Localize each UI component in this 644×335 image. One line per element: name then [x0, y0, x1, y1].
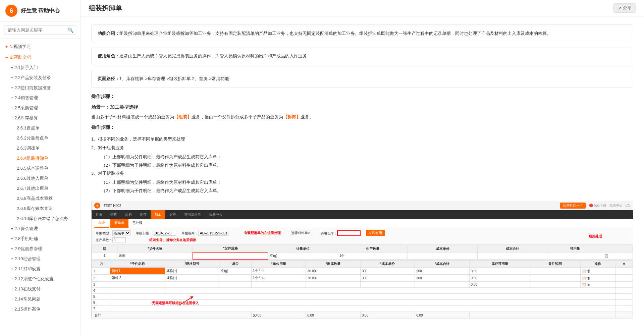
sidebar-item-docs-261[interactable]: 2.6.1盘点单 — [0, 123, 80, 133]
mock-nav-finance[interactable]: 财务 — [165, 210, 180, 219]
cell-qty1: 1个 — [338, 252, 408, 259]
highlight-disassemble: 【拆卸】 — [283, 114, 301, 119]
mock-appbar: 6 TEST-H002 新增拆卸一下 🔴 App下载 帮助中心 CC — [92, 201, 633, 210]
page-title: 组装拆卸单 — [89, 4, 122, 13]
lrow2-ctotal: 300 — [415, 275, 469, 282]
mock-field-docnum: 单据编号： — [181, 231, 228, 236]
ops-title: 操作步骤： — [91, 94, 633, 100]
sidebar-item-docs-265[interactable]: 2.6.5成本调整单 — [0, 163, 80, 173]
mock-nav-purchase[interactable]: 采购 — [121, 210, 136, 219]
sidebar-item-docs-214[interactable]: + 2.14常见问题 — [0, 294, 80, 304]
lrow1-avail: 0.00 — [469, 268, 530, 275]
search-input[interactable] — [4, 25, 76, 35]
lcol-ops: 操作 — [581, 261, 615, 268]
sidebar-item-docs-21[interactable]: + 2.1新手入门 — [0, 63, 80, 73]
sidebar-item-docs-25[interactable]: + 2.5采购管理 — [0, 103, 80, 113]
mock-lower-thead: ☑ *子件名称 *规格型号 单位 *单位用量 *出库数量 *成本单价 *成本合计… — [92, 261, 633, 268]
mock-apply-btn[interactable]: 立即套用 — [366, 230, 385, 236]
sidebar-item-docs-2610[interactable]: 2.6.10库存账本错了怎么办 — [0, 214, 80, 224]
mock-nav-process[interactable]: 加工 — [151, 210, 165, 219]
annot-text-1: 有装配清单的在这里处理 — [244, 231, 281, 235]
mock-select-doctype[interactable]: 组装单 — [112, 230, 130, 236]
expand-icon-215: + — [11, 306, 14, 312]
expand-icon-25: + — [11, 105, 14, 110]
share-button[interactable]: ↗ 分享 — [613, 3, 636, 13]
mock-nav-home[interactable]: 首页 — [92, 210, 106, 219]
lcol-total: *出库数量 — [306, 261, 360, 268]
mock-tab-done[interactable]: 已处理 — [128, 219, 147, 228]
sidebar-item-docs-215[interactable]: + 2.15操作案例 — [0, 304, 80, 314]
sidebar-item-docs-264[interactable]: 2.6.4组装拆卸单 — [0, 153, 80, 163]
lrow4-rest — [165, 288, 615, 294]
lcol-unit: 单位 — [219, 261, 252, 268]
scene1-title: 场景一：加工类型选择 — [91, 104, 633, 110]
sidebar-item-docs[interactable]: − 2.帮助文档 — [0, 52, 80, 63]
lcol-check: ☑ — [92, 261, 110, 268]
mock-tab-self[interactable]: 自查 — [94, 219, 109, 228]
sidebar-item-docs-211[interactable]: + 2.11打印设置 — [0, 264, 80, 274]
lcol-name: *子件名称 — [110, 261, 165, 268]
sidebar-item-docs-266[interactable]: 2.6.6其他入库单 — [0, 173, 80, 183]
sidebar-item-docs-267[interactable]: 2.6.7其他出库单 — [0, 183, 80, 193]
cell-total1 — [478, 252, 547, 259]
mock-lower-row5: 5 — [92, 294, 633, 300]
search-icon: 🔍 — [68, 27, 73, 33]
sidebar-item-docs-22[interactable]: + 2.2产品安装及登录 — [0, 73, 80, 83]
mock-input-date[interactable] — [153, 231, 176, 236]
mock-input-count[interactable] — [112, 237, 126, 242]
lcol-avail: 库存可用量 — [469, 261, 530, 268]
mock-field-doctype: 单据类型：组装单 — [96, 230, 130, 236]
mock-lower-table: ☑ *子件名称 *规格型号 单位 *单位用量 *出库数量 *成本单价 *成本合计… — [92, 260, 633, 319]
mock-lower-row2: 2 颜料 2 规格(+) 1个 * 个 30.00 300 300 0.00 — [92, 275, 633, 282]
sidebar-item-docs-28[interactable]: + 2.8手机旺铺 — [0, 234, 80, 244]
mock-field-count: 生产单数： — [96, 237, 126, 242]
lrow5-check: 5 — [92, 294, 110, 300]
sidebar-item-docs-213[interactable]: + 2.13在线支付 — [0, 284, 80, 294]
sidebar-item-video[interactable]: + 1.视频学习 — [0, 41, 80, 52]
mock-select-bom[interactable]: 选择对料单> — [289, 230, 312, 236]
mock-input-ware[interactable] — [337, 230, 361, 236]
sidebar-item-docs-212[interactable]: + 2.12系统个性化设置 — [0, 274, 80, 284]
mock-nav-help[interactable]: 帮助中心 — [205, 210, 226, 219]
sidebar-item-docs-27[interactable]: + 2.7资金管理 — [0, 224, 80, 234]
intro-label: 功能介绍： — [98, 31, 119, 36]
foot-icon — [615, 312, 633, 319]
expand-icon-23: + — [11, 85, 14, 90]
cell-sku1-highlight — [193, 252, 268, 259]
sidebar-item-docs-29[interactable]: + 2.9优惠券管理 — [0, 244, 80, 254]
col-cost1: 成本单价 — [408, 245, 477, 253]
sidebar-item-docs-24[interactable]: + 2.4销售管理 — [0, 93, 80, 103]
role-text: 通常由生产人员或库管人员完成拆装业务的操作，库管人员确认原材料的出库和产成品的入… — [119, 53, 307, 58]
intro-text: 组装拆卸单用来处理企业组装或拆卸等加工业务，支持有固定装配清单的产品加工业务，也… — [119, 31, 551, 36]
cell-cost1 — [408, 252, 477, 259]
sidebar-item-docs-262[interactable]: 2.6.2分量盘点单 — [0, 133, 80, 143]
foot-out: 0.00 — [306, 312, 360, 319]
intro-block: 功能介绍：组装拆卸单用来处理企业组装或拆卸等加工业务，支持有固定装配清单的产品加… — [91, 24, 633, 42]
lrow5-rest — [110, 294, 615, 300]
foot-qty: $0.00 — [251, 312, 306, 319]
cell-name1: 米米 — [117, 252, 193, 259]
sidebar-item-docs-26[interactable]: − 2.6库存核算 — [0, 113, 80, 123]
foot-cost: 0.00 — [360, 312, 415, 319]
sidebar-item-docs-269[interactable]: 2.6.9库存账本查询 — [0, 204, 80, 214]
lcol-cost: *成本单价 — [360, 261, 415, 268]
mock-nav-inventory[interactable]: 库存 — [136, 210, 151, 219]
mock-navbar: 首页 销售 采购 库存 加工 财务 其他出库单 帮助中心 — [92, 210, 633, 219]
sidebar-item-docs-268[interactable]: 2.6.8商品成本重算 — [0, 193, 80, 204]
mock-form-area: 单据类型：组装单 单据日期： 单据编号： 有装配清单的在这里处理 选择对料单> … — [92, 228, 633, 245]
sidebar-item-docs-23[interactable]: + 2.3使用前数据准备 — [0, 83, 80, 93]
mock-new-btn[interactable]: 新增拆卸一下 — [560, 203, 586, 209]
mock-input-docnum[interactable] — [198, 231, 228, 236]
lrow5-icon — [615, 294, 633, 300]
sidebar-item-docs-263[interactable]: 2.6.3调拨单 — [0, 143, 80, 153]
mock-form-row2: 生产单数： 组装业务、拆卸业务在这里切换 启用处理 — [96, 237, 629, 242]
lrow2-avail: 0.00 — [469, 275, 530, 282]
expand-icon-214: + — [11, 296, 14, 301]
mock-nav-other[interactable]: 其他出库单 — [180, 210, 205, 219]
sidebar-item-docs-210[interactable]: + 2.10经营管理 — [0, 254, 80, 264]
mock-tab-new[interactable]: 新建单 — [110, 219, 128, 228]
col-sku1: *父件规格 — [193, 245, 268, 253]
nav-tree: + 1.视频学习 − 2.帮助文档 + 2.1新手入门 + 2.2产品安装及登录… — [0, 39, 80, 335]
collapse-icon: − — [5, 55, 8, 60]
mock-nav-sales[interactable]: 销售 — [106, 210, 121, 219]
